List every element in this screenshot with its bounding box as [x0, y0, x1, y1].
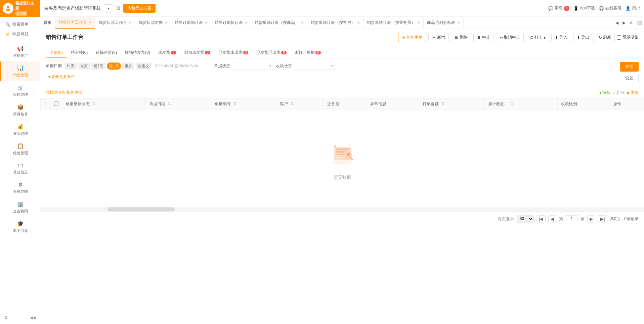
sidebar-item-sales[interactable]: 📊 销售管理	[0, 62, 40, 81]
tab-sales-exec-label: 销售订单执行表	[215, 20, 243, 26]
page-first-btn[interactable]: |◀	[536, 215, 546, 222]
horizontal-scrollbar[interactable]	[40, 207, 644, 211]
sub-tab-not-shipped[interactable]: 未发货0	[154, 48, 180, 58]
tab-sales-exec-close[interactable]: ✕	[245, 21, 248, 25]
tab-cash-daily[interactable]: 钱货日清工作台 ✕	[95, 17, 135, 29]
tab-close-all[interactable]: ✕	[628, 17, 635, 29]
today-btn[interactable]: 今天	[78, 63, 90, 70]
more-btn[interactable]: 更多	[122, 63, 134, 70]
tab-sales-summary-customer-close[interactable]: ✕	[357, 21, 360, 25]
print-btn[interactable]: 🖨 打印 ▾	[526, 33, 549, 42]
print-dropdown-icon: ▾	[544, 35, 546, 40]
tab-sales-workbench[interactable]: 销售订单工作台 ✕	[55, 17, 95, 29]
page-last-btn[interactable]: ▶|	[598, 215, 607, 222]
page-size-select[interactable]: 10 20 50 100	[517, 215, 534, 222]
page-number-input[interactable]	[566, 215, 578, 222]
logo-name: 畅捷通好生意	[15, 1, 37, 10]
select-all-checkbox[interactable]	[54, 102, 58, 106]
online-service-btn[interactable]: 🎧 在线客服	[599, 5, 621, 11]
col-checkbox[interactable]	[51, 98, 62, 110]
industry-solution-btn[interactable]: 体验行业方案	[123, 4, 156, 13]
pause-icon: ⏸	[477, 35, 481, 40]
topbar-settings-icon[interactable]: ⚙	[116, 5, 121, 11]
sort-status-icon[interactable]: ⇅	[92, 102, 95, 106]
user-btn[interactable]: 👤 用户	[626, 5, 640, 11]
7days-btn[interactable]: 近7天	[91, 63, 105, 70]
refresh-btn[interactable]: ↻ 刷新	[595, 33, 615, 42]
sidebar-item-operation[interactable]: 📋 经营管理	[0, 139, 40, 159]
sidebar-item-inventory[interactable]: 📦 库存核算	[0, 100, 40, 120]
search-menu-item[interactable]: 🔍 搜索菜单	[3, 19, 37, 29]
smart-create-btn[interactable]: ★ 智能生单	[398, 33, 426, 42]
sort-customer-icon[interactable]: ⇅	[291, 102, 294, 106]
sub-tab-not-printed[interactable]: 未打印单据0	[291, 48, 325, 58]
batch-ship-btn[interactable]: ▶ 发货	[627, 90, 639, 95]
expand-filter-btn[interactable]: ▾ 展开更多条件	[46, 73, 614, 81]
sidebar-settings-btn[interactable]: ⚙	[3, 314, 9, 321]
export-btn[interactable]: ⬇ 导出	[573, 33, 593, 42]
page-next-btn[interactable]: ▶	[587, 215, 595, 222]
sub-tab-pending-review[interactable]: 待审核(0)	[67, 48, 92, 58]
system-dropdown-btn[interactable]: ▾	[104, 4, 113, 12]
message-btn[interactable]: 💬 消息 6	[548, 5, 569, 11]
sort-number-icon[interactable]: ⇅	[233, 102, 237, 106]
sidebar-collapse-btn[interactable]: ◀◀	[29, 314, 37, 321]
sort-collected-icon[interactable]: ⇅	[510, 102, 513, 106]
sub-tab-pending-verify[interactable]: 待拣验货(0)	[92, 48, 121, 58]
import-btn[interactable]: ⬆ 导入	[551, 33, 571, 42]
sidebar-item-system[interactable]: ⚙ 系统管理	[0, 178, 40, 198]
tab-cash-reconcile-close[interactable]: ✕	[165, 21, 168, 25]
tab-sales-summary-staff-close[interactable]: ✕	[417, 21, 420, 25]
tab-sales-stat-close[interactable]: ✕	[205, 21, 208, 25]
app-download-btn[interactable]: 📱 App下载	[573, 5, 595, 11]
tab-home[interactable]: 首页	[40, 17, 55, 29]
sub-tab-all[interactable]: 全部(0)	[46, 48, 67, 58]
sort-date-icon[interactable]: ⇅	[168, 102, 171, 106]
add-btn[interactable]: ＋ 新增	[428, 33, 449, 42]
sidebar-item-marketing[interactable]: 📢 营销推广	[0, 42, 40, 62]
query-btn[interactable]: 查询	[620, 62, 639, 72]
sidebar-item-purchase[interactable]: 🛒 采购管理	[0, 81, 40, 100]
tab-sales-summary-product[interactable]: 销货单统计表（按商品） ✕	[251, 17, 307, 29]
basic-icon: 🗃	[18, 162, 23, 168]
cancel-pause-btn[interactable]: ↩ 取消中止	[496, 33, 524, 42]
page-prev-btn[interactable]: ◀	[548, 215, 556, 222]
pause-btn[interactable]: ⏸ 中止	[473, 33, 494, 42]
show-detail-checkbox-label[interactable]: 显示明细	[617, 35, 639, 40]
batch-revoke-btn[interactable]: ○ 弃审	[613, 90, 624, 95]
tab-sales-summary-product-close[interactable]: ✕	[301, 21, 304, 25]
tab-scroll-left[interactable]: ◀	[613, 17, 620, 29]
sub-tab-wangpu[interactable]: 旺铺待发货(0)	[121, 48, 154, 58]
sub-tab-shipped-out[interactable]: 已发货已出库0	[252, 48, 291, 58]
tab-sales-stat[interactable]: 销售订单统计表 ✕	[171, 17, 211, 29]
sidebar-item-capital[interactable]: 💰 资金管理	[0, 120, 40, 139]
show-detail-checkbox[interactable]	[617, 35, 621, 40]
capital-icon: 💰	[17, 123, 24, 130]
batch-audit-btn[interactable]: ● 审核	[599, 90, 610, 95]
sidebar-item-newbie[interactable]: 🎓 新手引导	[0, 217, 40, 237]
col-amount: 订单金额 ⇅	[419, 98, 484, 110]
status-select[interactable]	[233, 62, 273, 70]
1month-btn[interactable]: 近1月	[107, 63, 121, 70]
sidebar-item-basic[interactable]: 🗃 基础信息	[0, 159, 40, 178]
tab-margin-analysis[interactable]: 商品毛利分析表 ✕	[424, 17, 464, 29]
set-btn[interactable]: 设置	[620, 73, 639, 83]
tab-scroll-right[interactable]: ▶	[620, 17, 628, 29]
tab-cash-reconcile[interactable]: 钱货日清对账 ✕	[135, 17, 171, 29]
sort-amount-icon[interactable]: ⇅	[441, 102, 444, 106]
tab-sales-exec[interactable]: 销售订单执行表 ✕	[211, 17, 251, 29]
sub-tab-shipped-not-out[interactable]: 已发货未出库0	[214, 48, 253, 58]
tab-sales-summary-customer[interactable]: 销货单统计表（按客户） ✕	[307, 17, 363, 29]
yesterday-btn[interactable]: 昨天	[65, 63, 77, 70]
quick-nav-item[interactable]: ⚡ 快捷导航	[3, 29, 37, 39]
tab-sales-workbench-close[interactable]: ✕	[89, 21, 92, 24]
tab-sales-summary-staff[interactable]: 销货单统计表（按业务员） ✕	[363, 17, 424, 29]
payment-select[interactable]	[295, 62, 335, 70]
delete-btn[interactable]: 🗑 删除	[451, 33, 471, 42]
tab-cash-daily-close[interactable]: ✕	[129, 21, 132, 25]
tab-margin-analysis-close[interactable]: ✕	[457, 21, 460, 25]
tab-maximize[interactable]: ⬜	[635, 17, 644, 29]
sidebar-item-enterprise[interactable]: 🏢 企业协同	[0, 198, 40, 217]
sub-tab-overdue[interactable]: 到期未发货0	[180, 48, 214, 58]
custom-btn[interactable]: 自定义	[136, 63, 152, 70]
